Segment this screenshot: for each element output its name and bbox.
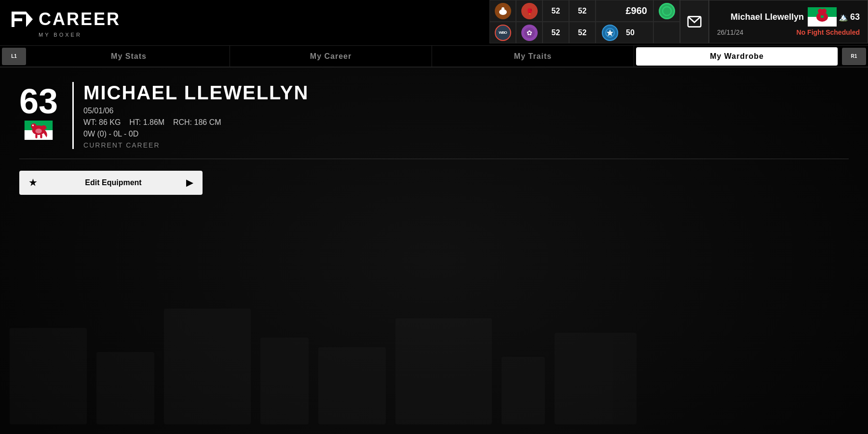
boxing-icon — [495, 3, 511, 19]
player-rating-icon: 🏔️ — [839, 13, 848, 22]
app-title: CAREER — [39, 9, 121, 29]
boxer-height: 1.86M — [143, 118, 164, 126]
boxer-physicals: WT: 86 KG HT: 1.86M RCH: 186 CM — [83, 118, 309, 127]
green-circle-icon — [659, 3, 675, 19]
hud-score-2: 52 — [569, 0, 596, 22]
hud-money-row: £960 — [596, 0, 653, 22]
svg-marker-3 — [26, 12, 33, 27]
logo-section: CAREER MY BOXER — [0, 0, 154, 45]
hud-icon-2: 🥊 — [516, 0, 542, 22]
career-logo-icon — [10, 8, 33, 31]
energy-value: 50 — [626, 28, 635, 37]
svg-rect-2 — [12, 18, 22, 21]
svg-point-12 — [663, 7, 671, 15]
svg-point-25 — [31, 123, 37, 129]
svg-point-29 — [35, 129, 41, 134]
boxer-record: 0W (0) - 0L - 0D — [83, 130, 309, 138]
mail-button[interactable] — [680, 0, 709, 43]
svg-text:✿: ✿ — [527, 29, 532, 37]
tab-my-career-label: My Career — [310, 52, 352, 61]
svg-rect-27 — [40, 134, 42, 138]
hud-score-4: 52 — [569, 22, 596, 43]
svg-rect-5 — [502, 7, 504, 12]
hud-icons-grid: 🥊 WBO ✿ — [489, 0, 542, 43]
tab-my-stats[interactable]: My Stats — [28, 45, 230, 67]
svg-rect-1 — [12, 12, 26, 14]
edit-equipment-button[interactable]: ★ Edit Equipment ▶ — [19, 171, 203, 195]
hud-green-icon — [653, 0, 680, 22]
player-date: 26/11/24 — [717, 28, 744, 36]
hud-scores-grid: 52 52 52 52 — [542, 0, 596, 43]
money-amount: £960 — [602, 5, 647, 16]
boxer-reach-label: RCH: — [173, 118, 194, 126]
header: CAREER MY BOXER 🥊 — [0, 0, 868, 46]
hud-icon-4: ✿ — [516, 22, 542, 43]
app-subtitle: MY BOXER — [10, 32, 145, 38]
svg-rect-20 — [821, 15, 824, 18]
tab-my-wardrobe-label: My Wardrobe — [710, 52, 764, 61]
player-fight-status: No Fight Scheduled — [797, 28, 860, 36]
wbo-icon: WBO — [495, 25, 511, 41]
player-rating-badge: 🏔️ 63 — [808, 7, 860, 27]
r1-button[interactable]: R1 — [842, 48, 866, 65]
nav-tabs: L1 My Stats My Career My Traits My Wardr… — [0, 46, 868, 68]
profile-divider — [19, 159, 849, 159]
svg-rect-26 — [35, 134, 37, 138]
boxer-name: MICHAEL LLEWELLYN — [83, 82, 309, 104]
player-rating: 63 — [850, 12, 860, 22]
hud-icon-3: WBO — [489, 22, 516, 43]
logo-title: CAREER — [10, 8, 145, 31]
tab-my-stats-label: My Stats — [111, 52, 147, 61]
energy-icon — [602, 25, 618, 41]
hud-right-section: £960 50 — [596, 0, 653, 43]
main-content: 63 — [0, 68, 868, 209]
tab-my-career[interactable]: My Career — [230, 45, 432, 67]
boxer-weight-label: WT: — [83, 118, 99, 126]
hud-empty-cell — [653, 22, 680, 43]
nationality-flag — [808, 7, 837, 27]
hud-green-col — [653, 0, 680, 43]
player-info-panel: Michael Llewellyn — [709, 0, 868, 43]
boxer-reach: 186 CM — [194, 118, 221, 126]
svg-text:🥊: 🥊 — [526, 8, 533, 15]
boxer-avatar-area: 63 — [19, 82, 58, 140]
hud-energy-row: 50 — [596, 22, 653, 43]
hud-score-1: 52 — [542, 0, 569, 22]
boxer-flag — [24, 121, 53, 140]
l1-button[interactable]: L1 — [2, 48, 26, 65]
boxer-dob: 05/01/06 — [83, 107, 309, 115]
player-name-row: Michael Llewellyn — [717, 7, 860, 27]
tab-my-wardrobe[interactable]: My Wardrobe — [636, 47, 838, 66]
tab-my-traits[interactable]: My Traits — [432, 45, 634, 67]
tab-my-traits-label: My Traits — [514, 52, 552, 61]
hud-icon-1 — [489, 0, 516, 22]
glove-icon: 🥊 — [521, 3, 538, 19]
svg-point-28 — [32, 124, 34, 126]
edit-equipment-star-icon: ★ — [29, 177, 37, 188]
boxer-height-label: HT: — [129, 118, 143, 126]
boxer-weight: 86 KG — [99, 118, 121, 126]
boxer-rating: 63 — [19, 84, 58, 119]
hud-stats: 🥊 WBO ✿ 52 52 52 — [489, 0, 868, 43]
hud-score-3: 52 — [542, 22, 569, 43]
player-date-row: 26/11/24 No Fight Scheduled — [717, 28, 860, 36]
boxer-career-label: CURRENT CAREER — [83, 141, 309, 149]
edit-equipment-label: Edit Equipment — [85, 178, 141, 187]
boxer-profile: 63 — [19, 82, 849, 149]
boxer-info: MICHAEL LLEWELLYN 05/01/06 WT: 86 KG HT:… — [72, 82, 309, 149]
player-name: Michael Llewellyn — [731, 12, 804, 22]
edit-equipment-arrow-icon: ▶ — [186, 177, 193, 188]
belt-icon: ✿ — [521, 25, 538, 41]
